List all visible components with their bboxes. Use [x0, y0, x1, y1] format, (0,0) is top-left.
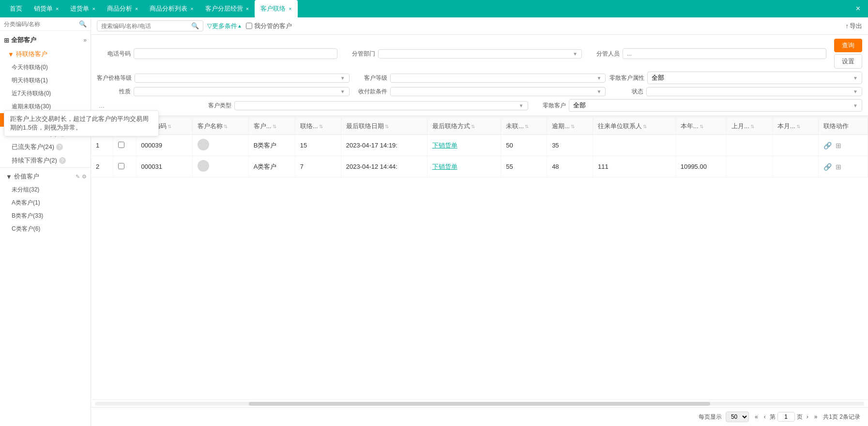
- sort-year-icon[interactable]: ⇅: [700, 124, 703, 129]
- close-sales-tab[interactable]: ×: [56, 6, 59, 12]
- sidebar-content: ⊞ 全部客户 » ▼ 待联络客户 今天待联络(0) 明天待联络(1) 近7天待联…: [0, 31, 91, 426]
- filter-retail-customer-select[interactable]: 全部 ▼: [569, 99, 863, 112]
- td-method-2[interactable]: 下销货单: [427, 156, 501, 177]
- nav-customer-contact[interactable]: 客户联络 ×: [255, 0, 297, 17]
- nav-analysis[interactable]: 商品分析 ×: [101, 0, 144, 17]
- close-customer-seg-tab[interactable]: ×: [246, 6, 249, 12]
- sidebar-collapse-btn[interactable]: »: [83, 37, 87, 44]
- sidebar-item-today[interactable]: 今天待联络(0): [0, 61, 91, 74]
- sidebar-search-input[interactable]: [4, 21, 79, 28]
- td-checkbox-2[interactable]: [113, 156, 136, 177]
- lost-info-icon[interactable]: ?: [56, 144, 63, 150]
- sidebar-item-ungroup[interactable]: 未分组(32): [0, 183, 91, 196]
- sidebar-item-classB[interactable]: B类客户(33): [0, 209, 91, 222]
- filter-search-icon[interactable]: 🔍: [191, 22, 199, 29]
- filter-payment-select[interactable]: ▼: [390, 87, 606, 96]
- sort-name-icon[interactable]: ⇅: [224, 124, 228, 129]
- td-year-1: [675, 135, 726, 156]
- page-number-input[interactable]: [777, 412, 795, 422]
- sort-unit-icon[interactable]: ⇅: [643, 124, 647, 129]
- filter-row-2: 客户价格等级 ▼ 客户等级 ▼ 零散客户属性 全部: [97, 72, 862, 84]
- sidebar-item-lost[interactable]: 已流失客户(24) ?: [0, 140, 91, 154]
- main-layout: 🔍 ⊞ 全部客户 » ▼ 待联络客户 今天待联络(0) 明天待联络(1) 近7天…: [0, 17, 868, 426]
- scroll-thumb[interactable]: [249, 402, 710, 406]
- th-unit-contact: 往来单位联系人⇅: [593, 118, 676, 135]
- filter-dept-select[interactable]: ▼: [378, 49, 582, 59]
- row-action-icons-2: 🔗 ⊞: [823, 163, 863, 171]
- last-page-btn[interactable]: »: [812, 412, 820, 421]
- td-uncontacted-1: 50: [501, 135, 547, 156]
- filter-nature-field: 性质 ▼: [97, 87, 350, 96]
- filter-btn-group: 查询 设置: [834, 39, 862, 69]
- filter-status-select[interactable]: ▼: [646, 87, 862, 96]
- close-purchase-tab[interactable]: ×: [92, 6, 95, 12]
- filter-manager-input[interactable]: [623, 48, 826, 59]
- filter-retail-attr-select[interactable]: 全部 ▼: [647, 72, 862, 84]
- nav-analysis-list[interactable]: 商品分析列表 ×: [144, 0, 199, 17]
- row-checkbox-1[interactable]: [118, 142, 124, 148]
- sort-contact-icon[interactable]: ⇅: [319, 124, 323, 129]
- filter-phone-input[interactable]: [134, 48, 337, 59]
- first-page-btn[interactable]: «: [753, 412, 760, 421]
- sidebar-item-classA[interactable]: A类客户(1): [0, 196, 91, 209]
- per-page-select[interactable]: 50: [726, 411, 749, 422]
- close-analysis-tab[interactable]: ×: [135, 6, 138, 12]
- filter-customer-type-select[interactable]: ▼: [234, 101, 528, 110]
- nav-customer-seg[interactable]: 客户分层经营 ×: [199, 0, 255, 17]
- row-link-icon-1[interactable]: 🔗: [823, 142, 832, 149]
- price-level-dropdown-icon: ▼: [340, 75, 345, 81]
- sort-lmonth-icon[interactable]: ⇅: [750, 124, 754, 129]
- my-customers-filter[interactable]: 我分管的客户: [246, 22, 292, 30]
- row-grid-icon-2[interactable]: ⊞: [836, 163, 841, 171]
- sort-date-icon[interactable]: ⇅: [385, 124, 389, 129]
- sort-code-icon[interactable]: ⇅: [168, 124, 171, 129]
- settings-button[interactable]: 设置: [834, 54, 862, 69]
- filter-more-dots[interactable]: ...: [97, 102, 107, 109]
- my-customers-checkbox[interactable]: [246, 23, 252, 29]
- sidebar-search-icon[interactable]: 🔍: [79, 20, 87, 28]
- pagination-nav: « ‹ 第 页 › »: [753, 412, 819, 422]
- sort-type-icon[interactable]: ⇅: [273, 124, 276, 129]
- value-settings-icon[interactable]: ⚙: [82, 174, 87, 180]
- th-actions: 联络动作: [818, 118, 868, 135]
- dept-dropdown-icon: ▼: [573, 51, 578, 57]
- row-checkbox-2[interactable]: [118, 163, 124, 169]
- nav-home[interactable]: 首页: [4, 0, 28, 17]
- sidebar-item-tomorrow[interactable]: 明天待联络(1): [0, 74, 91, 87]
- close-analysis-list-tab[interactable]: ×: [190, 6, 193, 12]
- filter-manager-field: 分管人员: [586, 48, 826, 59]
- sort-overdue-icon[interactable]: ⇅: [571, 124, 575, 129]
- sidebar-item-7days[interactable]: 近7天待联络(0): [0, 87, 91, 100]
- next-page-btn[interactable]: ›: [805, 412, 810, 421]
- nav-purchase[interactable]: 进货单 ×: [64, 0, 101, 17]
- sidebar-item-classC[interactable]: C类客户(6): [0, 222, 91, 235]
- sidebar-item-decline[interactable]: 持续下滑客户(2) ?: [0, 154, 91, 167]
- sort-uncontacted-icon[interactable]: ⇅: [525, 124, 529, 129]
- window-close-button[interactable]: ×: [852, 4, 864, 13]
- sidebar-pending-group[interactable]: ▼ 待联络客户: [0, 47, 91, 61]
- sidebar-all-customers[interactable]: ⊞ 全部客户 »: [0, 33, 91, 47]
- td-method-1[interactable]: 下销货单: [427, 135, 501, 156]
- sort-tmonth-icon[interactable]: ⇅: [796, 124, 800, 129]
- td-checkbox-1[interactable]: [113, 135, 136, 156]
- td-date-1: 2023-04-17 14:19:: [341, 135, 427, 156]
- export-button[interactable]: ↑ 导出: [846, 22, 863, 30]
- filter-search-input[interactable]: [101, 23, 191, 29]
- td-contact-2: 7: [295, 156, 341, 177]
- sidebar-value-group[interactable]: ▼ 价值客户 ✎ ⚙: [0, 170, 91, 183]
- filter-price-level-select[interactable]: ▼: [135, 73, 350, 83]
- prev-page-btn[interactable]: ‹: [762, 412, 768, 421]
- decline-info-icon[interactable]: ?: [59, 157, 66, 164]
- close-customer-contact-tab[interactable]: ×: [289, 6, 291, 12]
- query-button[interactable]: 查询: [834, 39, 862, 52]
- horizontal-scrollbar[interactable]: [91, 399, 868, 407]
- row-link-icon-2[interactable]: 🔗: [823, 163, 832, 171]
- td-tmonth-1: [772, 135, 818, 156]
- nav-sales[interactable]: 销货单 ×: [28, 0, 64, 17]
- value-edit-icon[interactable]: ✎: [76, 174, 80, 180]
- more-conditions-btn[interactable]: ▽ 更多条件 ▲: [207, 22, 242, 30]
- filter-customer-level-select[interactable]: ▼: [390, 73, 606, 83]
- row-grid-icon-1[interactable]: ⊞: [836, 142, 841, 149]
- sort-method-icon[interactable]: ⇅: [471, 124, 475, 129]
- filter-nature-select[interactable]: ▼: [134, 87, 350, 96]
